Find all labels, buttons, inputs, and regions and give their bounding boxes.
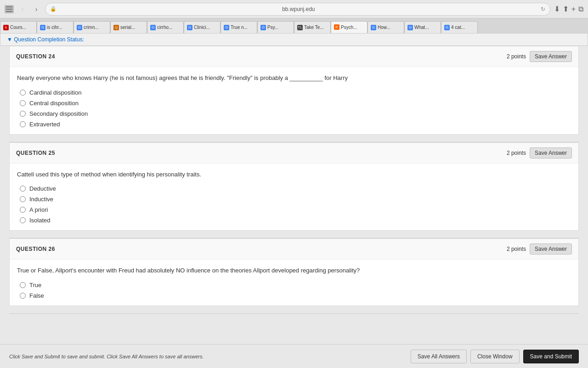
divider-26-end	[9, 313, 579, 314]
tab-label-crimn: crimn...	[84, 25, 99, 30]
question-header-24: QUESTION 24 2 points Save Answer	[10, 46, 578, 67]
answer-option-24b: Central disposition	[20, 100, 571, 107]
tab-psy[interactable]: G Psy...	[257, 21, 294, 33]
share-button[interactable]: ⬆	[563, 5, 569, 13]
answer-option-25c: A priori	[20, 206, 571, 213]
tab-take-te[interactable]: TL Take Te...	[294, 21, 331, 33]
tab-favicon-true-n: G	[224, 25, 229, 30]
svg-rect-2	[6, 11, 12, 12]
radio-25a[interactable]	[20, 186, 26, 192]
new-tab-button[interactable]: +	[571, 5, 576, 13]
forward-button[interactable]: ›	[31, 4, 41, 14]
answer-options-26: True False	[17, 282, 571, 299]
answer-option-25a: Deductive	[20, 185, 571, 192]
tab-label-clinici: Clinici...	[194, 25, 210, 30]
reload-button[interactable]: ↻	[541, 6, 545, 12]
svg-rect-0	[6, 6, 12, 7]
tab-cours[interactable]: b Cours...	[0, 21, 37, 33]
label-24b[interactable]: Central disposition	[29, 100, 79, 107]
radio-26a[interactable]	[20, 282, 26, 288]
radio-25b[interactable]	[20, 196, 26, 202]
tab-true-n[interactable]: G True n...	[220, 21, 257, 33]
question-body-26: True or False, Allport's encounter with …	[10, 260, 578, 306]
save-all-answers-button[interactable]: Save All Answers	[411, 350, 467, 363]
save-answer-button-25[interactable]: Save Answer	[530, 147, 572, 159]
tab-label-serial: serial...	[120, 25, 135, 30]
answer-option-26a: True	[20, 282, 571, 289]
tab-label-cihr: is cihr...	[47, 25, 62, 30]
download-button[interactable]: ⬇	[554, 5, 560, 13]
question-number-24: QUESTION 24	[16, 53, 55, 60]
tab-favicon-cihr: G	[40, 25, 45, 30]
save-and-submit-button[interactable]: Save and Submit	[523, 350, 579, 363]
sidebar-toggle-button[interactable]	[5, 5, 14, 13]
svg-rect-1	[6, 9, 12, 10]
tab-label-how: How...	[378, 25, 390, 30]
tab-serial[interactable]: Q serial...	[110, 21, 147, 33]
tab-label-take-te: Take Te...	[304, 25, 324, 30]
radio-24a[interactable]	[20, 90, 26, 96]
radio-25c[interactable]	[20, 207, 26, 213]
question-header-25: QUESTION 25 2 points Save Answer	[10, 143, 578, 164]
address-bar[interactable]: 🔒 bb.wpunj.edu ↻	[45, 3, 550, 16]
save-answer-button-26[interactable]: Save Answer	[530, 243, 572, 255]
tab-favicon-psych: P	[334, 24, 339, 30]
tab-label-what: What...	[414, 25, 429, 30]
windows-button[interactable]: ⧉	[578, 5, 583, 13]
label-25b[interactable]: Inductive	[29, 196, 53, 203]
radio-24c[interactable]	[20, 111, 26, 117]
close-window-button[interactable]: Close Window	[470, 350, 520, 363]
tab-psych[interactable]: P Psych...	[331, 21, 368, 33]
question-number-26: QUESTION 26	[16, 246, 55, 252]
tab-favicon-cirrho: G	[150, 25, 156, 30]
points-badge-24: 2 points	[507, 53, 526, 60]
save-answer-button-24[interactable]: Save Answer	[530, 51, 572, 62]
tab-4cat[interactable]: G 4 cat...	[441, 21, 478, 33]
tab-favicon-psy: G	[260, 25, 266, 30]
label-26a[interactable]: True	[29, 282, 41, 289]
question-block-26: QUESTION 26 2 points Save Answer True or…	[9, 238, 579, 306]
question-points-group-25: 2 points Save Answer	[507, 147, 572, 159]
tab-label-cirrho: cirrho...	[157, 25, 172, 30]
label-25c[interactable]: A priori	[29, 206, 48, 213]
content-area: QUESTION 24 2 points Save Answer Nearly …	[0, 46, 588, 344]
radio-25d[interactable]	[20, 217, 26, 223]
tab-clinici[interactable]: G Clinici...	[184, 21, 220, 33]
back-button[interactable]: ‹	[17, 4, 28, 14]
question-text-24: Nearly everyone who knows Harry (he is n…	[17, 74, 571, 83]
tab-favicon-how: G	[371, 25, 376, 30]
radio-26b[interactable]	[20, 293, 26, 299]
label-25d[interactable]: Isolated	[29, 217, 51, 224]
tab-what[interactable]: G What...	[404, 21, 441, 33]
url-display: bb.wpunj.edu	[59, 6, 538, 12]
label-25a[interactable]: Deductive	[29, 185, 56, 192]
question-text-26: True or False, Allport's encounter with …	[17, 266, 571, 275]
question-body-25: Cattell used this type of method when id…	[10, 164, 578, 231]
label-24d[interactable]: Extraverted	[29, 121, 60, 128]
answer-option-26b: False	[20, 292, 571, 299]
question-completion-status[interactable]: ▼ Question Completion Status:	[0, 33, 588, 46]
browser-toolbar: ‹ › 🔒 bb.wpunj.edu ↻ ⬇ ⬆ + ⧉	[0, 0, 588, 18]
label-24a[interactable]: Cardinal disposition	[29, 89, 81, 96]
question-block-24: QUESTION 24 2 points Save Answer Nearly …	[9, 46, 579, 135]
tab-label-cours: Cours...	[10, 25, 26, 30]
tabs-bar: b Cours... G is cihr... G crimn... Q ser…	[0, 18, 588, 33]
radio-24d[interactable]	[20, 121, 26, 127]
label-24c[interactable]: Secondary disposition	[29, 110, 88, 117]
tab-cirrho[interactable]: G cirrho...	[147, 21, 184, 33]
tab-label-4cat: 4 cat...	[451, 25, 465, 30]
tab-cihr[interactable]: G is cihr...	[37, 21, 74, 33]
browser-chrome: ‹ › 🔒 bb.wpunj.edu ↻ ⬇ ⬆ + ⧉ b Cours... …	[0, 0, 588, 33]
tab-label-true-n: True n...	[231, 25, 248, 30]
question-block-25: QUESTION 25 2 points Save Answer Cattell…	[9, 142, 579, 231]
browser-actions: ⬇ ⬆ + ⧉	[554, 5, 583, 13]
radio-24b[interactable]	[20, 100, 26, 106]
answer-option-24c: Secondary disposition	[20, 110, 571, 117]
tab-favicon-4cat: G	[444, 25, 450, 30]
tab-how[interactable]: G How...	[368, 21, 404, 33]
points-badge-26: 2 points	[507, 246, 526, 252]
label-26b[interactable]: False	[29, 292, 44, 299]
tab-crimn[interactable]: G crimn...	[74, 21, 110, 33]
tab-favicon-clinici: G	[187, 25, 192, 30]
footer-instruction: Click Save and Submit to save and submit…	[9, 354, 204, 359]
